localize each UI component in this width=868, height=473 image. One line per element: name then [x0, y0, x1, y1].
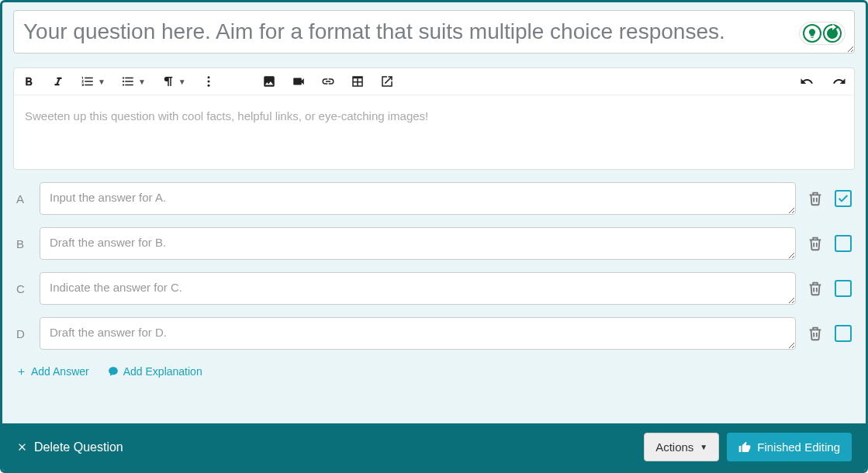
- svg-point-2: [207, 85, 209, 87]
- question-editor-panel: ▼ ▼ ▼: [0, 0, 868, 473]
- insert-table-button[interactable]: [351, 74, 365, 88]
- answer-input-d[interactable]: [40, 317, 796, 350]
- answer-row-b: B: [16, 227, 852, 260]
- correct-answer-checkbox[interactable]: [835, 235, 852, 252]
- delete-answer-icon[interactable]: [807, 280, 824, 297]
- paragraph-format-button[interactable]: ▼: [161, 74, 186, 88]
- svg-point-0: [207, 76, 209, 78]
- open-external-button[interactable]: [380, 74, 394, 88]
- answer-letter: D: [16, 327, 29, 340]
- finished-editing-button[interactable]: Finished Editing: [727, 433, 852, 461]
- rich-text-body[interactable]: Sweeten up this question with cool facts…: [14, 95, 854, 169]
- answer-input-c[interactable]: [40, 272, 796, 305]
- correct-answer-checkbox[interactable]: [835, 325, 852, 342]
- svg-point-1: [207, 81, 209, 83]
- insert-video-button[interactable]: [292, 74, 306, 88]
- answers-section: ABCD Add Answer Add Explanation: [2, 170, 866, 423]
- delete-answer-icon[interactable]: [807, 325, 824, 342]
- answer-input-a[interactable]: [40, 182, 796, 215]
- grammarly-tone-icon[interactable]: [803, 24, 821, 43]
- more-button[interactable]: [202, 74, 216, 88]
- editor-toolbar: ▼ ▼ ▼: [14, 68, 854, 95]
- question-input[interactable]: [13, 10, 855, 54]
- actions-dropdown[interactable]: Actions▼: [644, 433, 719, 461]
- grammarly-badges: [799, 22, 846, 45]
- bold-button[interactable]: [22, 74, 36, 88]
- question-input-wrap: [13, 10, 855, 57]
- insert-link-button[interactable]: [321, 74, 335, 88]
- answer-input-b[interactable]: [40, 227, 796, 260]
- italic-button[interactable]: [51, 74, 65, 88]
- answer-row-d: D: [16, 317, 852, 350]
- insert-image-button[interactable]: [262, 74, 276, 88]
- grammarly-icon[interactable]: [823, 24, 842, 43]
- ordered-list-button[interactable]: ▼: [81, 74, 105, 88]
- redo-button[interactable]: [832, 74, 846, 88]
- answer-letter: C: [16, 282, 29, 295]
- unordered-list-button[interactable]: ▼: [121, 74, 146, 88]
- correct-answer-checkbox[interactable]: [835, 280, 852, 297]
- rich-text-editor: ▼ ▼ ▼: [13, 67, 855, 170]
- answer-row-a: A: [16, 182, 852, 215]
- delete-answer-icon[interactable]: [807, 190, 824, 207]
- delete-answer-icon[interactable]: [807, 235, 824, 252]
- correct-answer-checkbox[interactable]: [835, 190, 852, 207]
- answer-letter: B: [16, 237, 29, 250]
- delete-question-button[interactable]: Delete Question: [16, 440, 123, 454]
- answer-letter: A: [16, 192, 29, 205]
- undo-button[interactable]: [800, 74, 814, 88]
- add-answer-link[interactable]: Add Answer: [16, 365, 89, 378]
- footer-bar: Delete Question Actions▼ Finished Editin…: [2, 423, 866, 471]
- add-explanation-link[interactable]: Add Explanation: [108, 365, 202, 378]
- answer-row-c: C: [16, 272, 852, 305]
